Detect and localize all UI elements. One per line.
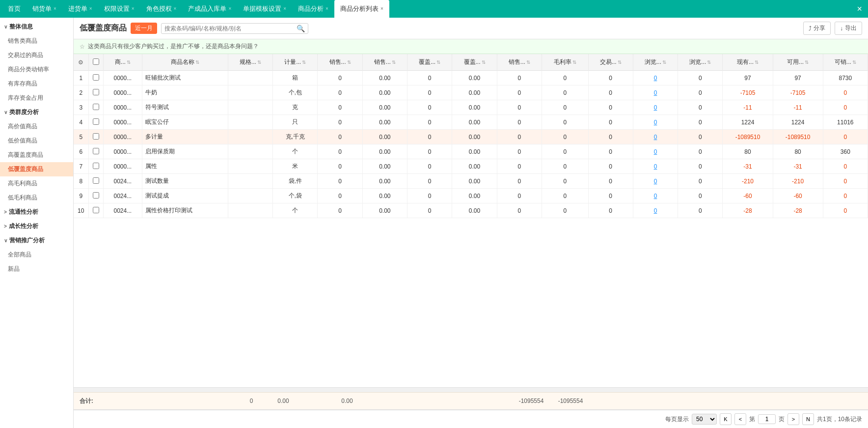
col-browse2: 浏览...⇅: [678, 54, 723, 71]
row-checkbox[interactable]: [88, 189, 103, 203]
row-unit: 个,包: [273, 86, 318, 100]
sidebar-item-category-rate[interactable]: 商品分类动销率: [0, 62, 73, 77]
nav-product-inbound-close[interactable]: ×: [228, 0, 231, 18]
page-size-select[interactable]: 50 100 200: [692, 414, 717, 425]
next-page-button[interactable]: >: [787, 413, 799, 425]
row-browse1[interactable]: 0: [633, 130, 678, 144]
row-sales2: 0.00: [362, 144, 407, 159]
export-button[interactable]: ↓ 导出: [835, 22, 862, 35]
col-name: 商品名称⇅: [142, 54, 228, 71]
row-spec: [228, 130, 272, 144]
date-filter-recent-month[interactable]: 近一月: [131, 23, 157, 34]
row-trade: 0: [588, 100, 633, 115]
table-row: 1 0000... 旺辅批次测试 箱 0 0.00 0 0.00 0 0 0 0…: [74, 71, 868, 86]
row-browse1[interactable]: 0: [633, 189, 678, 203]
sidebar-section-overall[interactable]: ∨ 整体信息: [0, 20, 73, 34]
nav-sales-order[interactable]: 销货单 ×: [27, 0, 62, 18]
row-browse2: 0: [678, 203, 723, 218]
row-code: 0024...: [103, 203, 142, 218]
row-checkbox[interactable]: [88, 203, 103, 218]
row-browse1[interactable]: 0: [633, 100, 678, 115]
sidebar-item-high-margin[interactable]: 高毛利商品: [0, 176, 73, 191]
table-row: 5 0000... 多计量 克,千克 0 0.00 0 0.00 0 0 0 0…: [74, 130, 868, 144]
sidebar-section-circulation[interactable]: > 流通性分析: [0, 205, 73, 219]
row-cover1: 0: [407, 100, 452, 115]
row-cover2: 0.00: [452, 174, 497, 189]
last-page-button[interactable]: N: [802, 413, 814, 425]
search-icon[interactable]: 🔍: [297, 25, 305, 32]
nav-permissions-close[interactable]: ×: [132, 0, 135, 18]
row-checkbox[interactable]: [88, 71, 103, 86]
row-checkbox[interactable]: [88, 100, 103, 115]
nav-role-auth[interactable]: 角色授权 ×: [140, 0, 183, 18]
sidebar-item-new-products[interactable]: 新品: [0, 262, 73, 276]
row-browse1[interactable]: 0: [633, 159, 678, 174]
col-cover2: 覆盖...⇅: [452, 54, 497, 71]
nav-home[interactable]: 首页: [2, 0, 27, 18]
sidebar-item-low-value[interactable]: 低价值商品: [0, 134, 73, 148]
sidebar-item-low-margin[interactable]: 低毛利商品: [0, 191, 73, 205]
row-sales2: 0.00: [362, 130, 407, 144]
table-wrapper[interactable]: ⚙ 商...⇅ 商品名称⇅ 规格...⇅ 计量...⇅ 销售...⇅ 销售...…: [74, 54, 868, 387]
nav-purchase-order-close[interactable]: ×: [89, 0, 92, 18]
row-browse1[interactable]: 0: [633, 86, 678, 100]
prev-page-button[interactable]: <: [734, 413, 746, 425]
nav-product-analysis-close[interactable]: ×: [326, 0, 328, 18]
settings-icon[interactable]: ⚙: [78, 59, 83, 66]
row-browse1[interactable]: 0: [633, 144, 678, 159]
row-available: 97: [773, 71, 823, 86]
sidebar-item-high-coverage[interactable]: 高覆盖度商品: [0, 148, 73, 162]
nav-purchase-order[interactable]: 进货单 ×: [62, 0, 98, 18]
row-current: -1089510: [723, 130, 773, 144]
col-sales1: 销售...⇅: [318, 54, 362, 71]
nav-permissions[interactable]: 权限设置 ×: [98, 0, 140, 18]
row-browse1[interactable]: 0: [633, 115, 678, 130]
first-page-button[interactable]: K: [720, 413, 732, 425]
nav-template-settings[interactable]: 单据模板设置 ×: [237, 0, 292, 18]
sidebar-section-growth[interactable]: > 成长性分析: [0, 219, 73, 233]
sidebar-section-cluster[interactable]: ∨ 类群度分析: [0, 105, 73, 119]
row-current: -60: [723, 189, 773, 203]
share-button[interactable]: ⤴ 分享: [803, 22, 831, 35]
row-unit: 箱: [273, 71, 318, 86]
sidebar-item-low-coverage[interactable]: 低覆盖度商品: [0, 162, 73, 176]
sidebar-item-traded-products[interactable]: 交易过的商品: [0, 48, 73, 62]
select-all-checkbox[interactable]: [93, 58, 99, 65]
row-no: 8: [74, 174, 88, 189]
nav-sales-order-close[interactable]: ×: [54, 0, 56, 18]
row-browse1[interactable]: 0: [633, 71, 678, 86]
sidebar-item-capital[interactable]: 库存资金占用: [0, 91, 73, 105]
sidebar-item-stocked[interactable]: 有库存商品: [0, 77, 73, 91]
row-code: 0000...: [103, 115, 142, 130]
sidebar-section-marketing[interactable]: ∨ 营销推广分析: [0, 233, 73, 248]
row-gross: 0: [542, 144, 589, 159]
page-number-input[interactable]: [758, 414, 776, 424]
nav-product-analysis[interactable]: 商品分析 ×: [292, 0, 334, 18]
nav-role-auth-close[interactable]: ×: [174, 0, 177, 18]
row-checkbox[interactable]: [88, 86, 103, 100]
row-checkbox[interactable]: [88, 144, 103, 159]
row-browse2: 0: [678, 144, 723, 159]
row-current: 97: [723, 71, 773, 86]
row-cover2: 0.00: [452, 71, 497, 86]
horizontal-scrollbar[interactable]: [74, 387, 868, 392]
sidebar-item-high-value[interactable]: 高价值商品: [0, 119, 73, 134]
row-spec: [228, 71, 272, 86]
row-sales3: 0: [497, 86, 542, 100]
row-checkbox[interactable]: [88, 115, 103, 130]
nav-product-analysis-list-close[interactable]: ×: [380, 0, 383, 18]
row-checkbox[interactable]: [88, 130, 103, 144]
search-input[interactable]: [164, 25, 297, 32]
nav-product-analysis-list[interactable]: 商品分析列表 ×: [334, 0, 389, 18]
close-all-tabs[interactable]: ×: [853, 4, 866, 14]
row-checkbox[interactable]: [88, 159, 103, 174]
sidebar-item-sales-products[interactable]: 销售类商品: [0, 34, 73, 48]
row-cover2: 0.00: [452, 189, 497, 203]
sidebar-item-all-products[interactable]: 全部商品: [0, 248, 73, 262]
row-gross: 0: [542, 115, 589, 130]
row-browse1[interactable]: 0: [633, 203, 678, 218]
nav-product-inbound[interactable]: 产成品入库单 ×: [182, 0, 237, 18]
row-checkbox[interactable]: [88, 174, 103, 189]
row-browse1[interactable]: 0: [633, 174, 678, 189]
nav-template-close[interactable]: ×: [283, 0, 286, 18]
